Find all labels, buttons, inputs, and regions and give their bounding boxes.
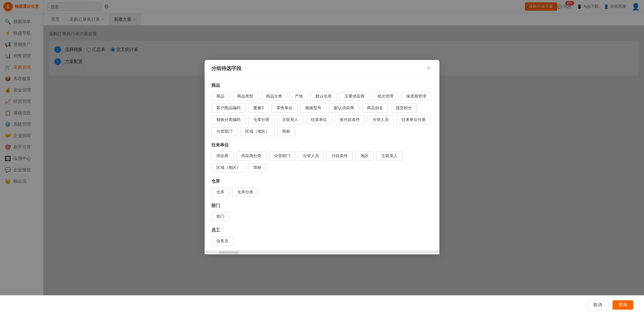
group-title-4: 员工 (211, 227, 433, 233)
group-title-2: 仓库 (211, 178, 433, 184)
field-tag-0-9[interactable]: 重量3 (248, 104, 269, 113)
field-tag-0-2[interactable]: 商品分类 (261, 92, 287, 101)
field-tag-0-14[interactable]: 拣货积分 (391, 104, 417, 113)
dialog: 分组待选字段 × 商品商品商品类型商品分类产地默认仓库主要供应商批次管理保质期管… (205, 60, 439, 254)
group-title-3: 部门 (211, 203, 433, 209)
field-tag-0-21[interactable]: 往来单位分类 (396, 115, 431, 124)
field-tags-0: 商品商品类型商品分类产地默认仓库主要供应商批次管理保质期管理客户商品编码重量3零… (211, 92, 433, 136)
field-tag-0-19[interactable]: 收付款条件 (335, 115, 365, 124)
field-tag-0-1[interactable]: 商品类型 (232, 92, 258, 101)
field-tag-1-6[interactable]: 主联系人 (376, 151, 402, 161)
dialog-scrollbar[interactable] (205, 250, 439, 254)
field-group-部门: 部门部门 (211, 203, 433, 221)
field-tag-0-23[interactable]: 区域（地区） (240, 127, 274, 136)
field-tags-1: 供应商供应商分类分管部门分管人员付款条件地区主联系人区域（地区）简称 (211, 151, 433, 172)
field-group-商品: 商品商品商品类型商品分类产地默认仓库主要供应商批次管理保质期管理客户商品编码重量… (211, 82, 433, 136)
field-tag-0-20[interactable]: 分管人员 (368, 115, 394, 124)
dialog-body[interactable]: 商品商品商品类型商品分类产地默认仓库主要供应商批次管理保质期管理客户商品编码重量… (205, 77, 439, 250)
page-footer: 取消 查询 (0, 295, 644, 314)
field-tag-0-10[interactable]: 零售单位 (271, 104, 298, 113)
field-tag-1-8[interactable]: 简称 (248, 163, 266, 172)
field-tag-0-17[interactable]: 主联系人 (277, 115, 303, 124)
field-tags-2: 仓库仓库分类 (211, 188, 433, 197)
field-tags-4: 业务员 (211, 237, 433, 246)
group-title-0: 商品 (211, 82, 433, 88)
field-group-往来单位: 往来单位供应商供应商分类分管部门分管人员付款条件地区主联系人区域（地区）简称 (211, 142, 433, 172)
field-tag-1-0[interactable]: 供应商 (211, 151, 233, 161)
scrollbar-track (205, 251, 439, 254)
field-tag-1-2[interactable]: 分管部门 (269, 151, 295, 161)
dialog-header: 分组待选字段 × (205, 60, 439, 77)
field-tag-0-3[interactable]: 产地 (290, 92, 308, 101)
field-tag-0-11[interactable]: 规格型号 (300, 104, 326, 113)
field-tag-0-8[interactable]: 客户商品编码 (211, 104, 246, 113)
field-tag-1-5[interactable]: 地区 (356, 151, 374, 161)
field-tag-2-1[interactable]: 仓库分类 (232, 188, 258, 197)
field-tag-0-16[interactable]: 仓库分类 (248, 115, 274, 124)
field-tag-0-4[interactable]: 默认仓库 (311, 92, 337, 101)
field-tag-0-24[interactable]: 简称 (277, 127, 295, 136)
field-tag-1-1[interactable]: 供应商分类 (236, 151, 266, 161)
field-tags-3: 部门 (211, 212, 433, 221)
group-title-1: 往来单位 (211, 142, 433, 148)
dialog-title: 分组待选字段 (211, 65, 241, 72)
field-tag-1-7[interactable]: 区域（地区） (211, 163, 246, 172)
field-group-员工: 员工业务员 (211, 227, 433, 246)
cancel-button[interactable]: 取消 (587, 300, 608, 310)
field-group-仓库: 仓库仓库仓库分类 (211, 178, 433, 197)
confirm-button[interactable]: 查询 (612, 300, 633, 310)
field-tag-0-15[interactable]: 税收分类编码 (211, 115, 246, 124)
dialog-close-button[interactable]: × (425, 65, 433, 73)
field-tag-0-12[interactable]: 默认供应商 (329, 104, 359, 113)
field-tag-0-0[interactable]: 商品 (211, 92, 229, 101)
field-tag-4-0[interactable]: 业务员 (211, 237, 233, 246)
field-tag-0-7[interactable]: 保质期管理 (401, 92, 431, 101)
field-tag-0-13[interactable]: 商品别名 (362, 104, 388, 113)
field-tag-2-0[interactable]: 仓库 (211, 188, 229, 197)
field-tag-0-22[interactable]: 分管部门 (211, 127, 237, 136)
dialog-overlay: 分组待选字段 × 商品商品商品类型商品分类产地默认仓库主要供应商批次管理保质期管… (0, 0, 644, 314)
field-tag-0-5[interactable]: 主要供应商 (339, 92, 370, 101)
field-tag-0-6[interactable]: 批次管理 (372, 92, 398, 101)
field-tag-1-4[interactable]: 付款条件 (327, 151, 353, 161)
field-tag-3-0[interactable]: 部门 (211, 212, 229, 221)
field-tag-0-18[interactable]: 结算单位 (306, 115, 332, 124)
field-tag-1-3[interactable]: 分管人员 (298, 151, 324, 161)
scrollbar-thumb (219, 251, 239, 254)
